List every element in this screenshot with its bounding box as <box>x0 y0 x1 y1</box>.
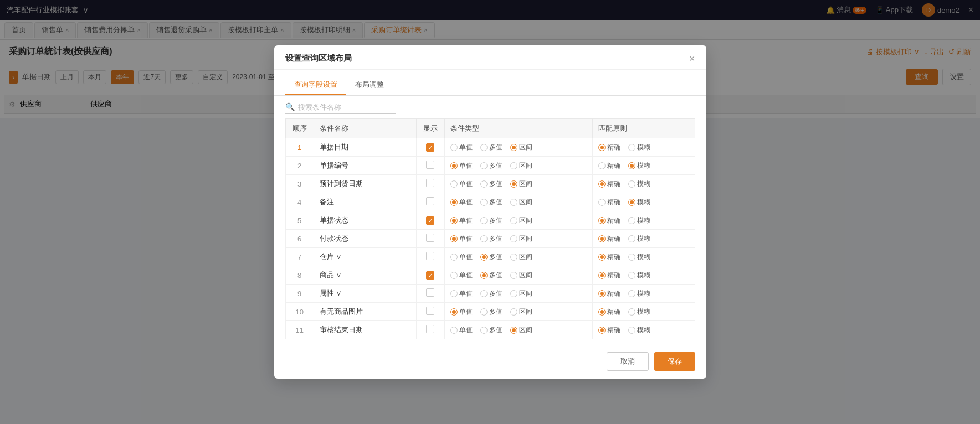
modal-tab-layout[interactable]: 布局调整 <box>346 75 393 95</box>
modal-tab-query-fields-label: 查询字段设置 <box>294 80 337 89</box>
search-box: 🔍 <box>285 102 396 114</box>
modal-tab-query-fields[interactable]: 查询字段设置 <box>285 75 346 95</box>
modal-search-area: 🔍 <box>274 96 706 114</box>
modal-tabs: 查询字段设置 布局调整 <box>274 70 706 96</box>
modal-tab-layout-label: 布局调整 <box>355 80 384 89</box>
search-icon: 🔍 <box>285 102 295 111</box>
modal-title: 设置查询区域布局 <box>285 53 352 64</box>
modal-overlay: 设置查询区域布局 × 查询字段设置 布局调整 🔍 顺序 <box>0 0 980 118</box>
search-input[interactable] <box>298 103 387 111</box>
modal-header: 设置查询区域布局 × <box>274 45 706 70</box>
modal-dialog: 设置查询区域布局 × 查询字段设置 布局调整 🔍 顺序 <box>274 45 706 118</box>
modal-close-button[interactable]: × <box>689 54 695 64</box>
